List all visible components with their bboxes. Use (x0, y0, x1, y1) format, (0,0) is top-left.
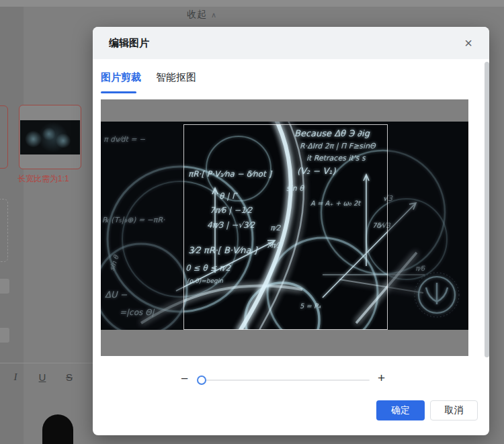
collapse-label: 收起 (187, 9, 207, 19)
crop-preview-area: Because Δθ Э ∂ig R·ΔIrd 2π | Π F≥sinΘ it… (101, 99, 468, 356)
tab-smart-cutout[interactable]: 智能抠图 (156, 71, 196, 84)
zoom-in-icon[interactable]: + (378, 371, 385, 386)
dark-silhouette-shape (42, 414, 73, 444)
crop-dim-left (101, 122, 183, 330)
modal-scrollbar[interactable] (485, 62, 489, 357)
italic-button[interactable]: I (10, 371, 21, 383)
page-top-strip (0, 0, 504, 7)
aspect-ratio-warning: 长宽比需为1:1 (17, 173, 91, 185)
upload-placeholder-box[interactable] (0, 199, 8, 262)
active-tab-indicator (101, 91, 136, 93)
strikethrough-button[interactable]: S (64, 371, 75, 383)
screen: 收起∧ 长宽比需为1:1 I U S 编辑图片 × 图片剪裁 智能抠图 (0, 0, 504, 444)
edit-image-dialog: 编辑图片 × 图片剪裁 智能抠图 (93, 27, 489, 435)
close-icon[interactable]: × (461, 36, 476, 50)
toolbar-divider (0, 363, 93, 363)
dialog-title: 编辑图片 (109, 37, 149, 50)
crop-selection-rect[interactable] (183, 124, 388, 330)
collapse-control[interactable]: 收起∧ (187, 9, 217, 21)
zoom-out-icon[interactable]: − (181, 371, 188, 386)
sidebar-tile (0, 279, 9, 294)
image-thumbnail-partial[interactable] (0, 105, 8, 169)
thumbnail-image (20, 120, 80, 154)
confirm-button[interactable]: 确定 (376, 400, 425, 420)
dialog-header: 编辑图片 × (93, 27, 489, 59)
zoom-slider-row: − + (93, 369, 489, 393)
sidebar-tile (0, 328, 9, 343)
cancel-button[interactable]: 取消 (430, 400, 478, 420)
zoom-slider-handle[interactable] (197, 375, 206, 385)
underline-button[interactable]: U (37, 371, 48, 383)
zoom-slider-track[interactable] (198, 380, 370, 381)
text-format-toolbar: I U S (0, 368, 93, 386)
crop-dim-right (388, 122, 468, 330)
tab-image-crop[interactable]: 图片剪裁 (101, 71, 141, 84)
math-chalkboard-image: Because Δθ Э ∂ig R·ΔIrd 2π | Π F≥sinΘ it… (101, 122, 468, 330)
chevron-up-icon: ∧ (211, 11, 217, 19)
image-thumbnail-selected[interactable] (19, 105, 81, 169)
